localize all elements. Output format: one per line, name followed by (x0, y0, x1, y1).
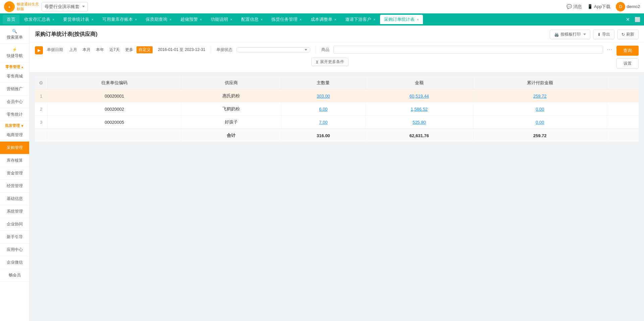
row-supplier: 惠氏奶粉 (181, 90, 281, 103)
shortcut-this-year[interactable]: 本年 (94, 46, 106, 53)
sidebar-item-enterprise-wechat[interactable]: 企业微信 (0, 256, 29, 269)
tab-goods-stats[interactable]: 要货单统计表 × (59, 15, 97, 24)
sidebar-item-system[interactable]: 系统管理 (0, 205, 29, 218)
close-tab-icon[interactable]: × (52, 17, 54, 21)
row-quantity: 6.00 (281, 103, 366, 116)
sidebar-item-marketing[interactable]: 营销推广 (0, 83, 29, 96)
content-area: 采购订单统计表(按供应商) 🖨️ 按模板打印 ⬇ 导出 ↻ 刷新 (30, 25, 644, 321)
close-tab-icon[interactable]: × (230, 17, 232, 21)
shortcut-custom[interactable]: 自定义 (137, 46, 153, 53)
column-settings-icon[interactable]: ⚙ (39, 80, 43, 86)
row-seq: 2 (35, 103, 48, 116)
tab-cost-adjust[interactable]: 成本调整单 × (307, 15, 340, 24)
expand-icon: ⊻ (316, 60, 319, 64)
sidebar-item-search[interactable]: 🔍 搜索菜单 (0, 25, 29, 44)
sidebar-item-enterprise-collab[interactable]: 企业协同 (0, 218, 29, 231)
tab-shelf-life[interactable]: 保质期查询 × (142, 15, 175, 24)
sidebar-item-member[interactable]: 会员中心 (0, 96, 29, 108)
row-quantity: 7.00 (281, 116, 366, 129)
sidebar-item-ecommerce[interactable]: 电商管理 (0, 129, 29, 142)
close-tab-icon[interactable]: × (200, 17, 202, 21)
status-dropdown-icon (305, 49, 307, 51)
settings-button[interactable]: 设置 (616, 58, 639, 69)
shortcut-more[interactable]: 更多 (123, 46, 135, 53)
footer-amount: 62,631.76 (365, 129, 473, 142)
top-bar-left: 6 畅捷通好生意 标版 母婴行业演示账套 (4, 1, 88, 12)
close-all-tabs-button[interactable]: ✕ (624, 15, 632, 23)
sidebar-item-shortcuts[interactable]: ⚡ 快捷导航 (0, 44, 29, 62)
close-tab-icon[interactable]: × (300, 17, 302, 21)
tab-picking-task[interactable]: 拣货任务管理 × (267, 15, 306, 24)
sidebar-item-retail-shop[interactable]: 零售商城 (0, 70, 29, 83)
close-tab-icon[interactable]: × (373, 17, 375, 21)
close-tab-icon[interactable]: × (169, 17, 171, 21)
sidebar-section-retail[interactable]: 零售管理 (0, 62, 29, 70)
close-tab-icon[interactable]: × (135, 17, 137, 21)
sidebar-section-wholesale[interactable]: 批发管理 (0, 121, 29, 129)
more-options-icon[interactable]: ··· (607, 47, 612, 53)
top-bar-right: 💬 消息 📱 App下载 D demo2 (567, 2, 640, 11)
sidebar-item-operations[interactable]: 经营管理 (0, 180, 29, 193)
table-container: ⚙ 往来单位编码 供应商 主数量 金额 累计付款金额 1 00020001 惠氏… (30, 72, 644, 321)
sidebar-item-new-guide[interactable]: 新手引导 (0, 231, 29, 244)
tab-receive-summary[interactable]: 收发存汇总表 × (20, 15, 58, 24)
tab-overstock[interactable]: 超储预警 × (176, 15, 206, 24)
tab-invite-downstream[interactable]: 邀请下游客户 × (341, 15, 379, 24)
col-code: 往来单位编码 (48, 76, 181, 90)
query-button[interactable]: 查询 (616, 46, 639, 56)
row-amount: 60,519.44 (365, 90, 473, 103)
sidebar-item-app-center[interactable]: 应用中心 (0, 244, 29, 256)
app-download-button[interactable]: 📱 App下载 (587, 4, 610, 10)
expand-more-button[interactable]: ⊻ 展开更多条件 (311, 58, 348, 66)
close-tab-icon[interactable]: × (261, 17, 263, 21)
row-amount: 525.80 (365, 116, 473, 129)
goods-label: 商品 (321, 47, 329, 53)
print-button[interactable]: 🖨️ 按模板打印 (550, 30, 590, 39)
close-tab-icon[interactable]: × (334, 17, 336, 21)
shortcut-this-month[interactable]: 本月 (80, 46, 93, 53)
sidebar-item-purchase[interactable]: 采购管理 (0, 142, 29, 154)
row-code: 00020005 (48, 116, 181, 129)
message-button[interactable]: 💬 消息 (567, 4, 582, 10)
shortcut-7days[interactable]: 近7天 (107, 46, 122, 53)
row-code: 00020002 (48, 103, 181, 116)
refresh-button[interactable]: ↻ 刷新 (617, 30, 639, 39)
shortcut-last-month[interactable]: 上月 (67, 46, 79, 53)
tab-function-desc[interactable]: 功能说明 × (207, 15, 236, 24)
sidebar: 🔍 搜索菜单 ⚡ 快捷导航 零售管理 零售商城 营销推广 会员中心 零售统计 批… (0, 25, 30, 321)
filter-toggle-button[interactable]: ▶ (35, 46, 43, 54)
goods-search-input[interactable] (333, 46, 603, 54)
col-amount: 金额 (365, 76, 473, 90)
search-icon: 🔍 (12, 29, 17, 34)
expand-row: ⊻ 展开更多条件 (47, 56, 612, 67)
sidebar-item-basic-info[interactable]: 基础信息 (0, 193, 29, 205)
table-body: 1 00020001 惠氏奶粉 303.00 60,519.44 259.72 … (35, 90, 639, 129)
workspace-selector[interactable]: 母婴行业演示账套 (42, 2, 88, 11)
restore-window-button[interactable]: ⬜ (633, 15, 641, 23)
footer-quantity: 316.00 (281, 129, 366, 142)
user-menu[interactable]: D demo2 (616, 2, 640, 11)
logo-area: 6 畅捷通好生意 标版 (4, 1, 39, 12)
tab-available-stock[interactable]: 可用量库存账本 × (98, 15, 141, 24)
close-tab-icon[interactable]: × (91, 17, 93, 21)
row-supplier: 飞鹤奶粉 (181, 103, 281, 116)
col-extra (607, 76, 639, 90)
tab-purchase-stats[interactable]: 采购订单统计表 × (380, 15, 423, 24)
data-table: ⚙ 往来单位编码 供应商 主数量 金额 累计付款金额 1 00020001 惠氏… (35, 76, 639, 142)
sidebar-item-retail-stats[interactable]: 零售统计 (0, 108, 29, 121)
filter-fields: 单据日期 上月 本月 本年 近7天 更多 自定义 2016-01-01 至 (47, 46, 612, 67)
tab-config-info[interactable]: 配置信息 × (237, 15, 267, 24)
workspace-dropdown-icon (82, 6, 85, 7)
page-header-actions: 🖨️ 按模板打印 ⬇ 导出 ↻ 刷新 (550, 30, 639, 39)
filter-actions: 查询 设置 (616, 46, 639, 69)
sidebar-item-finance[interactable]: 资金管理 (0, 167, 29, 180)
tab-home[interactable]: 首页 (3, 15, 19, 24)
nav-end-buttons: ✕ ⬜ (624, 15, 641, 23)
print-dropdown-icon (583, 34, 586, 35)
close-tab-icon[interactable]: × (417, 17, 419, 21)
export-button[interactable]: ⬇ 导出 (593, 30, 614, 39)
sidebar-item-vip[interactable]: 畅会员 (0, 269, 29, 282)
status-select[interactable] (236, 47, 310, 52)
sidebar-item-inventory[interactable]: 库存核算 (0, 154, 29, 167)
table-footer-row: 合计 316.00 62,631.76 259.72 (35, 129, 639, 142)
